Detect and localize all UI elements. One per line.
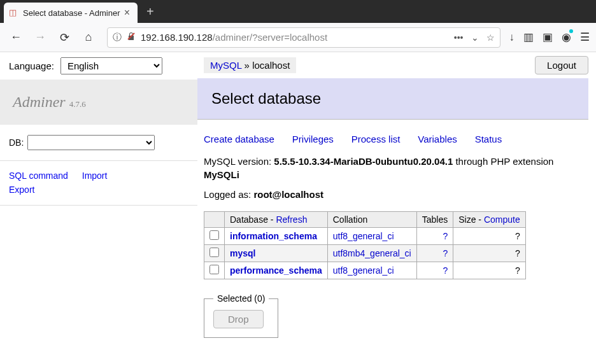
export-link[interactable]: Export: [9, 185, 34, 195]
language-select[interactable]: English: [60, 57, 162, 74]
browser-tab-strip: ◫ Select database - Adminer × +: [0, 0, 596, 23]
compute-link[interactable]: Compute: [484, 214, 520, 225]
process-list-link[interactable]: Process list: [351, 134, 401, 144]
url-text: 192.168.190.128/adminer/?server=localhos…: [141, 32, 449, 43]
logout-button[interactable]: Logout: [535, 56, 588, 74]
sidebar-icon[interactable]: ▣: [543, 31, 553, 44]
new-tab-icon[interactable]: +: [138, 4, 163, 19]
table-row: performance_schemautf8_general_ci??: [204, 262, 526, 279]
col-collation: Collation: [327, 212, 416, 228]
status-link[interactable]: Status: [475, 134, 502, 144]
pocket-icon[interactable]: ⌄: [471, 32, 479, 43]
size-cell: ?: [453, 245, 526, 262]
selected-fieldset: Selected (0) Drop: [204, 293, 278, 338]
close-tab-icon[interactable]: ×: [122, 7, 132, 18]
size-cell: ?: [453, 228, 526, 245]
library-icon[interactable]: ▥: [523, 31, 534, 44]
url-bar[interactable]: ⓘ 192.168.190.128/adminer/?server=localh…: [107, 27, 500, 48]
tables-link[interactable]: ?: [443, 265, 448, 276]
database-link[interactable]: information_schema: [230, 231, 317, 241]
login-info: Logged as: root@localhost: [197, 186, 588, 206]
drop-button[interactable]: Drop: [213, 310, 264, 328]
reload-icon[interactable]: ⟳: [55, 28, 74, 47]
tab-title: Select database - Adminer: [23, 8, 122, 18]
breadcrumb-driver[interactable]: MySQL: [210, 60, 241, 71]
row-checkbox[interactable]: [209, 265, 219, 274]
tables-link[interactable]: ?: [443, 231, 448, 241]
database-link[interactable]: mysql: [230, 248, 255, 258]
version-info: MySQL version: 5.5.5-10.3.34-MariaDB-0ub…: [197, 153, 588, 186]
page-title: Select database: [197, 78, 588, 120]
sql-command-link[interactable]: SQL command: [9, 171, 68, 181]
browser-tab[interactable]: ◫ Select database - Adminer ×: [4, 3, 138, 23]
create-database-link[interactable]: Create database: [204, 134, 274, 144]
forward-icon: →: [31, 28, 50, 47]
insecure-icon[interactable]: [127, 32, 136, 43]
info-icon[interactable]: ⓘ: [113, 32, 122, 43]
row-checkbox[interactable]: [209, 248, 219, 257]
selected-legend: Selected (0): [213, 293, 269, 304]
table-row: mysqlutf8mb4_general_ci??: [204, 245, 526, 262]
action-links: Create database Privileges Process list …: [197, 130, 588, 153]
tables-link[interactable]: ?: [443, 248, 448, 258]
db-select[interactable]: [27, 135, 155, 150]
table-row: information_schemautf8_general_ci??: [204, 228, 526, 245]
col-database: Database - Refresh: [225, 212, 328, 228]
import-link[interactable]: Import: [82, 171, 108, 181]
main: MySQL » localhost Logout Select database…: [197, 52, 596, 364]
home-icon[interactable]: ⌂: [79, 28, 98, 47]
bookmark-icon[interactable]: ☆: [486, 32, 495, 43]
language-label: Language:: [9, 60, 54, 71]
favicon-icon: ◫: [9, 8, 19, 18]
variables-link[interactable]: Variables: [418, 134, 457, 144]
downloads-icon[interactable]: ↓: [509, 31, 515, 44]
account-icon[interactable]: ◉: [562, 31, 571, 44]
collation-link[interactable]: utf8mb4_general_ci: [333, 248, 411, 258]
breadcrumb: MySQL » localhost: [204, 57, 296, 73]
browser-toolbar: ← → ⟳ ⌂ ⓘ 192.168.190.128/adminer/?serve…: [0, 23, 596, 52]
back-icon[interactable]: ←: [6, 28, 25, 47]
menu-icon[interactable]: ☰: [580, 31, 590, 44]
refresh-link[interactable]: Refresh: [276, 214, 307, 225]
sidebar: Language: English Adminer 4.7.6 DB: SQL …: [0, 52, 197, 364]
collation-link[interactable]: utf8_general_ci: [333, 231, 394, 241]
database-link[interactable]: performance_schema: [230, 265, 322, 276]
database-table: Database - Refresh Collation Tables Size…: [204, 211, 526, 279]
privileges-link[interactable]: Privileges: [292, 134, 334, 144]
col-check: [204, 212, 225, 228]
row-checkbox[interactable]: [209, 230, 219, 240]
db-label: DB:: [9, 137, 24, 148]
col-tables: Tables: [416, 212, 453, 228]
size-cell: ?: [453, 262, 526, 279]
col-size: Size - Compute: [453, 212, 526, 228]
brand: Adminer 4.7.6: [0, 80, 197, 125]
collation-link[interactable]: utf8_general_ci: [333, 265, 394, 276]
more-icon[interactable]: •••: [454, 32, 464, 43]
